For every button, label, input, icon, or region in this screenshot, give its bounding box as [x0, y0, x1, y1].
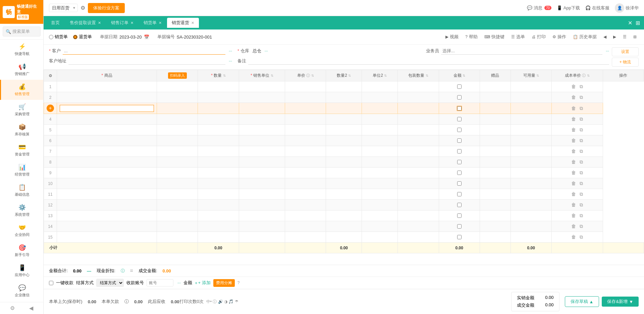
unit-cell[interactable]: [198, 157, 239, 168]
qty-cell[interactable]: [157, 189, 198, 200]
qty-cell[interactable]: [157, 146, 198, 157]
gift-checkbox[interactable]: [457, 117, 462, 121]
gift-cell[interactable]: [439, 146, 480, 157]
unit-cell[interactable]: [198, 135, 239, 146]
calculation-method-select[interactable]: 结算方式: [96, 279, 124, 287]
cost-price-cell[interactable]: [511, 103, 551, 114]
next-record-button[interactable]: ▶: [611, 34, 618, 40]
unit2-cell[interactable]: [326, 232, 362, 243]
tab-home[interactable]: 首页: [46, 18, 64, 28]
qty2-cell[interactable]: [285, 146, 326, 157]
delete-row-button[interactable]: 🗑: [570, 105, 577, 112]
cost-price-cell[interactable]: [511, 146, 551, 157]
salesperson-select-dots[interactable]: ···: [606, 49, 609, 53]
available-cell[interactable]: [480, 146, 511, 157]
delete-row-button[interactable]: 🗑: [570, 116, 577, 122]
pack-qty-cell[interactable]: [362, 210, 398, 221]
copy-row-button[interactable]: ⧉: [578, 169, 584, 176]
product-cell[interactable]: [57, 135, 157, 146]
cost-price-cell[interactable]: [511, 178, 551, 189]
amount-cell[interactable]: [398, 125, 439, 135]
unit-cell[interactable]: [198, 178, 239, 189]
video-help-button[interactable]: ▶ 视频: [443, 33, 461, 41]
qty2-cell[interactable]: [285, 221, 326, 232]
unit-cell[interactable]: [198, 200, 239, 210]
one-click-payment-checkbox[interactable]: [49, 281, 53, 285]
save-new-button[interactable]: 保存&新增 ▼: [602, 297, 639, 307]
product-cell[interactable]: [57, 146, 157, 157]
qty2-cell[interactable]: [285, 81, 326, 92]
unit-cell[interactable]: [198, 146, 239, 157]
unit2-sort-icon[interactable]: ⇅: [384, 74, 387, 77]
gift-cell[interactable]: [439, 125, 480, 135]
price-cell[interactable]: [239, 146, 285, 157]
qty2-cell[interactable]: [285, 135, 326, 146]
sidebar-item-purchase[interactable]: 🛒 采购管理: [0, 100, 43, 120]
qty-cell[interactable]: [157, 157, 198, 168]
product-cell[interactable]: [57, 103, 157, 114]
sidebar-search[interactable]: 🔍 搜索菜单: [0, 24, 43, 40]
unit2-cell[interactable]: [326, 221, 362, 232]
delete-row-button[interactable]: 🗑: [570, 94, 577, 101]
copy-row-button[interactable]: ⧉: [578, 201, 584, 208]
shortcut-button[interactable]: ⌨ 快捷键: [482, 33, 506, 41]
discount-info-icon[interactable]: ⓘ: [121, 268, 125, 274]
price-cell[interactable]: [239, 232, 285, 243]
product-cell[interactable]: [57, 210, 157, 221]
price-cell[interactable]: [239, 210, 285, 221]
price-cell[interactable]: [239, 114, 285, 125]
available-cell[interactable]: [480, 189, 511, 200]
pack-qty-cell[interactable]: [362, 125, 398, 135]
sales-type-input[interactable]: [49, 35, 53, 39]
cost-price-cell[interactable]: [511, 114, 551, 125]
gift-cell[interactable]: [439, 135, 480, 146]
pack-qty-cell[interactable]: [362, 114, 398, 125]
save-draft-button[interactable]: 保存草稿 ▲: [565, 296, 599, 307]
cost-price-cell[interactable]: [511, 125, 551, 135]
product-cell[interactable]: [57, 157, 157, 168]
unit-cell[interactable]: [198, 168, 239, 178]
gift-cell[interactable]: [439, 157, 480, 168]
sidebar-item-sales[interactable]: 💰 销售管理: [0, 80, 43, 100]
search-menu-button[interactable]: 🔍 搜索菜单: [3, 26, 41, 37]
gift-cell[interactable]: [439, 232, 480, 243]
unit-cell[interactable]: [198, 232, 239, 243]
th-settings[interactable]: ⚙: [44, 70, 57, 81]
tab-sales-order[interactable]: 销售订单 ✕: [106, 18, 138, 28]
history-button[interactable]: 📋 历史单据: [571, 33, 599, 41]
delete-row-button[interactable]: 🗑: [570, 223, 577, 230]
copy-row-button[interactable]: ⧉: [578, 105, 584, 112]
available-cell[interactable]: [480, 210, 511, 221]
fee-split-button[interactable]: 费用分摊: [213, 279, 235, 287]
pack-qty-cell[interactable]: [362, 189, 398, 200]
product-cell[interactable]: [57, 221, 157, 232]
remark-input[interactable]: [248, 57, 609, 65]
amount-cell[interactable]: [398, 81, 439, 92]
available-cell[interactable]: [480, 178, 511, 189]
cost-price-cell[interactable]: [511, 92, 551, 103]
amount-cell[interactable]: [398, 168, 439, 178]
pack-qty-cell[interactable]: [362, 157, 398, 168]
qty2-cell[interactable]: [285, 178, 326, 189]
copy-row-button[interactable]: ⧉: [578, 223, 584, 230]
settings-bottom-button[interactable]: ⚙: [10, 305, 15, 311]
product-cell[interactable]: [57, 168, 157, 178]
tab-price-setting-close[interactable]: ✕: [98, 21, 101, 25]
available-cell[interactable]: [480, 92, 511, 103]
amount-cell[interactable]: [398, 200, 439, 210]
delete-row-button[interactable]: 🗑: [570, 137, 577, 144]
sidebar-item-finance[interactable]: 💳 资金管理: [0, 140, 43, 160]
product-cell[interactable]: [57, 189, 157, 200]
price-cell[interactable]: [239, 189, 285, 200]
delete-row-button[interactable]: 🗑: [570, 180, 577, 187]
customer-select-dots[interactable]: ···: [229, 49, 232, 53]
copy-row-button[interactable]: ⧉: [578, 116, 584, 123]
delete-row-button[interactable]: 🗑: [570, 83, 577, 90]
collapse-button[interactable]: ◀: [29, 305, 33, 311]
sidebar-item-inventory[interactable]: 📦 库存核算: [0, 120, 43, 140]
pack-sort-icon[interactable]: ⇅: [426, 74, 428, 77]
amount-cell[interactable]: [398, 146, 439, 157]
gift-cell[interactable]: [439, 103, 480, 114]
print-button[interactable]: 🖨 打印: [530, 33, 548, 41]
available-cell[interactable]: [480, 168, 511, 178]
